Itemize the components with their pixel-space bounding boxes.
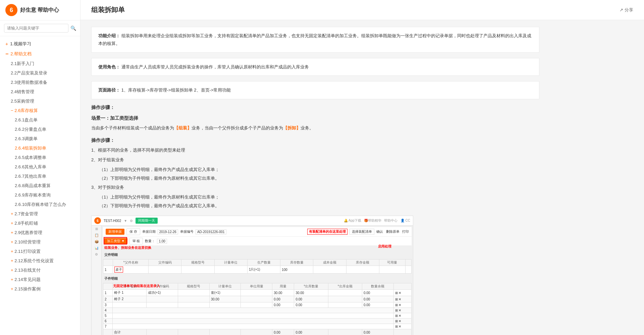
mock-col-spec: 规格型号 [181,260,214,266]
sidebar-item-other-in[interactable]: 2.6.6其他入库单 [0,162,80,172]
path-block: 页面路径： 1、库存核算->库存管理->组装拆卸单 2、首页->常用功能 [91,81,539,99]
mock-upper-table-label: 父件明细 [103,252,412,258]
table-row: 3 0.00 0.00 0.00 [103,302,412,308]
mock-col-qty-bal: 数量余额 [362,283,393,290]
logo-text: 好生意 帮助中心 [20,7,59,14]
mock-logo: 6 [94,217,101,224]
mock-col-check [103,260,113,266]
table-row: 1 椅子 1 成功(+1) 套(+1) 30.00 30.00 0.0 [103,290,412,296]
content-area: 功能介绍： 组装拆卸单用来处理企业组装或拆卸等加工业务，支持有固定装配清单的产品… [80,20,550,335]
sidebar-item-videos[interactable]: + 1.视频学习 [0,39,80,49]
role-block: 使用角色： 通常由生产人员或库管人员完成拆装业务的操作，库管人员确认原材料的出库… [91,58,539,76]
table-row: 6 ⊞ ✕ [103,319,412,324]
mock-approve-btn[interactable]: 审 核 [129,238,143,244]
mock-settings-icon: ⚙ [130,219,133,223]
sidebar-item-print[interactable]: + 2.11打印设置 [0,247,80,256]
expand-icon: + [5,41,8,47]
table-row: 7 ⊞ ✕ [103,324,412,329]
mock-code-value: AD-20191226-001 [196,229,226,234]
mock-toolbar-row: 新增单据 保 存 单据日期 2019-12-26 单据编号 AD-2019122… [103,227,412,237]
step-3-1: （1）上部明细为父件明细，最终作为原材料生成其它出库单； [91,193,539,202]
mock-count-value: 1.00 [157,239,167,244]
mock-col-parent-code: 父件编码 [149,260,181,266]
mock-bom-select[interactable]: 选择装配清单 [350,229,374,235]
logo-icon: 6 [5,4,17,16]
mock-col-parent-name: *父件名称 [113,260,149,266]
mock-code-label: 单据编号 [180,229,194,234]
step-3: 3、对于拆卸业务 [91,183,539,192]
sidebar-item-purchase[interactable]: 2.5采购管理 [0,97,80,106]
sidebar-item-funds[interactable]: + 2.7资金管理 [0,209,80,219]
sidebar-item-system[interactable]: + 2.12系统个性化设置 [0,256,80,266]
mock-col-qty: 生产数量 [247,260,280,266]
mock-col-out-qty: *出库数量 [294,283,328,290]
table-row: 4 ⊞ ✕ [103,308,412,313]
sidebar-item-management[interactable]: + 2.10经营管理 [0,237,80,247]
mock-new-btn[interactable]: 新增单据 [106,229,124,235]
mock-type-btn[interactable]: 加工类型 ▼ [104,238,127,244]
sidebar-item-cost-recalc[interactable]: 2.6.8商品成本重算 [0,181,80,190]
table-footer: 合计 0.00 0.00 0.00 [103,329,412,335]
step-2-1: （1）上部明细为父件明细，最终作为产成品生成其它入库单； [91,166,539,174]
mock-company: TEST-H002 [104,219,121,223]
sidebar-item-newuser[interactable]: 2.1新手入门 [0,59,80,68]
mock-row-name: 桌子 [113,266,149,274]
sidebar-item-cost-adj[interactable]: 2.6.5成本调整单 [0,153,80,162]
nav-list: + 1.视频学习 − 2.帮助文档 2.1新手入门 2.2产品安装及登录 2.3… [0,36,80,335]
mock-sync-btn[interactable]: 同期期一天 [136,218,158,224]
share-button[interactable]: ↗ 分享 [620,7,633,13]
sidebar-item-payment[interactable]: + 2.13在线支付 [0,266,80,275]
mock-row-num: 1 [103,266,113,274]
mock-save-btn[interactable]: 保 存 [126,228,140,235]
mock-topbar: 6 TEST-H002 ▼ ⚙ 同期期一天 🔔 App下载 🎁帮助精华 帮助中心… [92,216,413,226]
table-row: 2 椅子 2 30.00 0.00 0.00 0.00 [103,296,412,302]
search-icon[interactable]: 🔍 [70,25,76,31]
search-input[interactable] [4,24,68,33]
sidebar-item-transfer[interactable]: 2.6.3调拨单 [0,134,80,144]
mock-nav-icon-1: ⊞ [95,227,98,231]
sidebar-item-partial-stocktake[interactable]: 2.6.2分量盘点单 [0,125,80,134]
mock-col-stock: 库存数量 [280,260,313,266]
mock-right-icons: 🔔 App下载 🎁帮助精华 帮助中心 👤 CC [344,218,410,223]
sidebar-item-other-out[interactable]: 2.6.7其他出库单 [0,172,80,181]
sidebar-item-install[interactable]: 2.2产品安装及登录 [0,68,80,78]
path-text: 1、库存核算->库存管理->组装拆卸单 2、首页->常用功能 [121,88,231,93]
sidebar-item-stocktake[interactable]: 2.6.1盘点单 [0,115,80,125]
sidebar-item-mobile[interactable]: + 2.8手机旺铺 [0,219,80,228]
mock-body: ⊞ 📋 📦 📊 ⚙ 新增单据 保 存 单据日期 2019-12-2 [92,226,413,335]
table-row: 1 桌子 1只(+1) 100 [103,266,412,274]
mock-date-value: 2019-12-26 [158,229,178,234]
step-2-2: （2）下部明细为子件明细，最终作为原材料生成其它出库单。 [91,174,539,183]
mock-col-child-spec: 规格型号 [178,283,209,290]
mock-col-stockval: 库存金额 [346,260,379,266]
sidebar-item-coupon[interactable]: + 2.9优惠券管理 [0,228,80,237]
mock-nav-icon-2: 📋 [95,233,99,237]
sidebar-item-label: 1.视频学习 [10,41,31,47]
step-list: 1、根据不同的业务，选择不同单据的类型来处理 2、对于组装业务 （1）上部明细为… [91,146,539,210]
mock-col-usage: 用量 [272,283,294,290]
mock-annotation5: 无固定清单可供组装在这里录入 [113,284,160,288]
step-2: 2、对于组装业务 [91,156,539,164]
share-icon: ↗ [620,7,623,12]
mock-name-input[interactable]: 桌子 [114,267,123,273]
mock-annotation1: 有装配清单的在这里处理 [307,229,347,235]
page-title: 组装拆卸单 [91,5,125,14]
sidebar-item-assembly[interactable]: 2.6.4组装拆卸单 [0,144,80,153]
role-label: 使用角色： [98,64,120,69]
sidebar-item-inventory[interactable]: − 2.6库存核算 [0,106,80,115]
collapse-icon: − [5,51,8,57]
mock-lower-table: *子件名称 子件编码 规格型号 计量单位 单位用量 用量 *出库数量 *出库金额… [103,283,412,335]
sidebar-item-inventory-query[interactable]: 2.6.9库存账本查询 [0,190,80,200]
sidebar-item-dataprep[interactable]: 2.3使用前数据准备 [0,78,80,87]
share-label: 分享 [625,7,633,13]
sidebar-item-faq[interactable]: + 2.14常见问题 [0,275,80,284]
mock-col-avail: 可用量 [379,260,405,266]
sidebar-item-docs[interactable]: − 2.帮助文档 [0,49,80,59]
sidebar-item-sales[interactable]: 2.4销售管理 [0,87,80,97]
mock-nav-icon-5: ⚙ [95,253,98,256]
sidebar-item-inventory-error[interactable]: 2.6.10库存账本错了怎么办 [0,200,80,209]
sidebar-item-cases[interactable]: + 2.15操作案例 [0,284,80,294]
mock-extra-btns: 确认 删除原单 打印 [376,229,409,234]
ops-steps2-label: 操作步骤： [91,137,539,144]
table-row: 5 ⊞ ✕ [103,313,412,319]
